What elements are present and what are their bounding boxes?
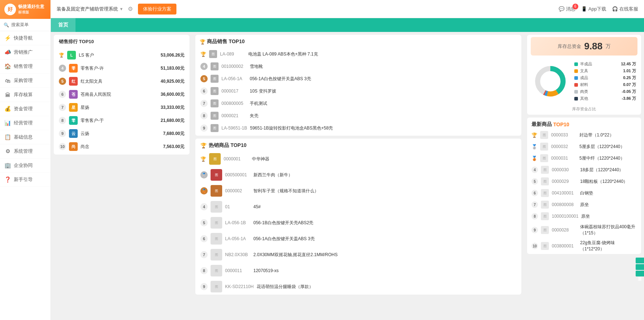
product-code: 000800005	[221, 101, 247, 106]
np-rank: 5	[531, 178, 538, 185]
logo-text: 畅捷通好生意	[18, 4, 44, 10]
rank-number: 9	[200, 124, 208, 132]
product-thumb: 图	[211, 75, 219, 83]
np-thumb: 图	[541, 201, 549, 209]
np-rank: 10	[531, 243, 538, 249]
product-thumb: 图	[211, 233, 222, 245]
message-button[interactable]: 💬 消息 6	[559, 6, 575, 12]
product-code: 000500001	[225, 172, 250, 177]
product-sales-rank-card: 🏆 商品销售 TOP10 🏆 图 LA-089 电池盖 LA-089 ABS本色…	[195, 35, 521, 136]
product-thumb: 图	[211, 62, 219, 70]
sidebar-item-operations[interactable]: 📊 经营管理	[0, 116, 50, 130]
product-code: LA-056-1A	[221, 76, 247, 81]
table-row: 9 云 云扬 7,680.00元	[54, 127, 189, 140]
sidebar-item-quick-nav[interactable]: ⚡ 快捷导航	[0, 31, 50, 45]
np-thumb: 图	[541, 242, 549, 250]
np-rank: 4	[531, 167, 538, 173]
table-row: 7 星 星扬 33,333.00元	[54, 101, 189, 114]
product-thumb: 图	[209, 50, 217, 58]
trophy-icon: 🏆	[200, 39, 205, 45]
cs-community-button[interactable]: 服务社区	[636, 264, 644, 270]
np-name: 18颗粒板（1220*2440）	[580, 179, 637, 185]
trial-button[interactable]: 体验行业方案	[138, 4, 176, 15]
legend-dot	[574, 90, 578, 94]
list-item: 🏆 图 LA-089 电池盖 LA-089 ABS本色+黑种 7.1克	[195, 48, 521, 60]
np-name: 22g鱼豆腐-烧烤味（1*12*20）	[580, 240, 637, 252]
product-code: 0000017	[221, 89, 247, 94]
sidebar-item-marketing[interactable]: 📣 营销推广	[0, 45, 50, 60]
legend-label: 其他	[580, 96, 620, 101]
gear-icon[interactable]: ⚙	[128, 5, 133, 12]
sidebar-item-purchase[interactable]: 🛍 采购管理	[0, 74, 50, 88]
sidebar-item-finance[interactable]: 💰 资金管理	[0, 102, 50, 116]
np-name: 5厘中纤（1220*2440）	[579, 155, 637, 161]
app-download-button[interactable]: 📱 App下载	[581, 6, 606, 12]
list-item: 10 图 003800001 22g鱼豆腐-烧烤味（1*12*20）	[527, 238, 641, 254]
sidebar-item-guide[interactable]: ❓ 新手引导	[0, 173, 50, 187]
rank-number: 7	[59, 104, 66, 111]
rank-name: 苍南县人民医院	[81, 91, 158, 98]
sidebar-item-sys-mgmt[interactable]: ⚙ 系统管理	[0, 144, 50, 159]
product-name: 中华神器	[252, 156, 516, 162]
basic-info-icon: 📋	[4, 134, 11, 140]
customer-rank-card: 销售排行 TOP10 🏆 L LS 客户 53,006.26元 4 零 零售客户…	[54, 35, 189, 155]
product-name: 电池盖 LA-089 ABS本色+黑种 7.1克	[248, 51, 516, 57]
np-code: 0000028	[552, 227, 577, 233]
table-row: 🏆 L LS 客户 53,006.26元	[54, 49, 189, 62]
product-code: LA-056-1A	[225, 236, 250, 241]
customer-rank-header: 销售排行 TOP10	[54, 35, 189, 47]
rank-number: 5	[200, 219, 208, 226]
np-thumb: 图	[541, 189, 549, 197]
list-item: 4 图 001000002 雪地靴	[195, 60, 521, 73]
list-item: 7 图 000800005 手机测试	[195, 97, 521, 110]
product-name: 12070519-xs	[253, 268, 516, 273]
online-service-button[interactable]: 🎧 在线客服	[612, 6, 638, 12]
legend-label: 成品	[580, 75, 621, 81]
legend-dot	[574, 97, 578, 100]
tab-home[interactable]: 首页	[51, 18, 76, 32]
product-code: 0000001	[224, 156, 249, 161]
avatar: 星	[69, 103, 78, 112]
list-item: 4 图 0000030 18多层（1220*2440）	[527, 164, 641, 176]
cs-hotline-button[interactable]: 客服热线	[636, 258, 644, 263]
customer-rank-list: 🏆 L LS 客户 53,006.26元 4 零 零售客户-许 51,183.0…	[54, 47, 189, 155]
sidebar-item-company[interactable]: 🏢 企业协同	[0, 159, 50, 173]
legend-item: 文具 1.01 万	[574, 67, 636, 74]
sidebar-item-sales[interactable]: 🏠 销售管理	[0, 60, 50, 74]
product-thumb: 图	[211, 99, 219, 107]
nav-tabs: 首页	[51, 18, 644, 32]
avatar: 零	[69, 116, 78, 125]
np-name: 5厘多层（1220*2440）	[579, 144, 637, 150]
legend-dot	[574, 69, 578, 73]
legend-value: 1.01 万	[623, 68, 636, 74]
np-code: 004100001	[552, 190, 577, 196]
np-name: 18多层（1220*2440）	[580, 167, 637, 173]
sidebar-item-inventory[interactable]: 🏛 库存核算	[0, 88, 50, 102]
np-thumb: 图	[541, 226, 549, 234]
rank-value: 36,600.00元	[161, 91, 184, 98]
product-thumb: 图	[211, 201, 222, 213]
purchase-icon: 🛍	[4, 78, 11, 84]
legend-value: 12.45 万	[621, 61, 636, 67]
operations-icon: 📊	[4, 120, 11, 126]
sidebar-search[interactable]: 🔍 搜索菜单	[0, 19, 50, 31]
list-item: 🥉 图 0000002 智利车子里（规格不知道填什么）	[195, 183, 521, 199]
list-item: 🥉 图 0000031 5厘中纤（1220*2440）	[527, 152, 641, 164]
rank-value: 21,680.00元	[161, 118, 184, 124]
table-row: 4 零 零售客户-许 51,183.00元	[54, 62, 189, 75]
np-thumb: 图	[540, 154, 548, 162]
np-code: 0000033	[551, 132, 576, 138]
inventory-title-label: 库存总资金	[558, 43, 581, 50]
marketing-icon: 📣	[4, 49, 11, 56]
dropdown-arrow-icon[interactable]: ▾	[120, 6, 123, 12]
sidebar-item-basic-info[interactable]: 📋 基础信息	[0, 130, 50, 144]
new-products-card: 最新商品 TOP10 🏆 图 0000033 封边带（1.0*22） 🥈 图 0…	[527, 118, 641, 254]
np-thumb: 图	[541, 177, 549, 185]
sys-mgmt-icon: ⚙	[4, 148, 11, 155]
rank-number: 9	[59, 130, 66, 137]
product-name: 花语萌恒温分腿睡袋（厚款）	[257, 284, 516, 290]
rank-name: 红太阳文具	[81, 78, 158, 85]
product-code: 0000002	[225, 188, 250, 193]
system-name: 装备及固定资产辅助管理系统	[57, 6, 118, 12]
cs-live-button[interactable]: 直播	[636, 271, 644, 276]
